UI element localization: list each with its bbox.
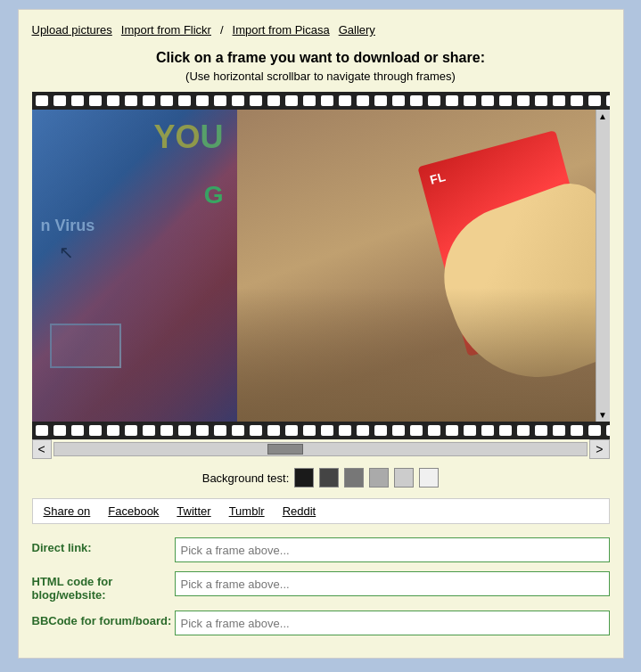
frame-overlay	[32, 110, 237, 422]
film-hole	[481, 95, 494, 106]
frame-virus-text: n Virus	[41, 217, 95, 235]
film-strip-outer: YOU G n Virus ↖ FL	[32, 92, 610, 439]
bg-test-row: Background test:	[32, 468, 610, 488]
top-nav: Upload pictures Import from Flickr / Imp…	[32, 23, 610, 37]
film-hole	[392, 425, 405, 436]
film-hole	[125, 425, 137, 436]
film-hole	[250, 95, 262, 106]
film-hole	[53, 425, 66, 436]
html-code-label: HTML code for blog/website:	[32, 571, 175, 602]
direct-link-label: Direct link:	[32, 537, 175, 554]
film-hole	[214, 95, 226, 106]
upload-link[interactable]: Upload pictures	[32, 23, 112, 37]
film-hole	[53, 95, 66, 106]
film-hole	[250, 425, 262, 436]
film-hole	[535, 95, 547, 106]
film-hole	[160, 425, 173, 436]
scroll-left-button[interactable]: <	[32, 439, 52, 459]
film-hole	[499, 95, 512, 106]
frame-left-content: YOU G n Virus ↖	[32, 110, 237, 422]
film-hole	[321, 95, 333, 106]
film-hole	[517, 95, 530, 106]
frame-text-you: YOU	[153, 119, 223, 156]
film-hole	[553, 425, 565, 436]
film-hole	[446, 425, 458, 436]
film-hole	[178, 95, 191, 106]
film-hole	[36, 425, 48, 436]
bbcode-row: BBCode for forum/board:	[32, 611, 610, 635]
film-content: YOU G n Virus ↖ FL	[32, 110, 610, 422]
bbcode-input[interactable]	[175, 611, 610, 635]
gallery-link[interactable]: Gallery	[339, 23, 375, 37]
frame-2[interactable]: FL	[237, 110, 610, 422]
share-on-label: Share on	[44, 504, 91, 518]
film-hole	[285, 425, 298, 436]
film-hole	[374, 425, 387, 436]
film-hole	[499, 425, 512, 436]
instructions: Click on a frame you want to download or…	[32, 50, 610, 83]
frame-box	[50, 324, 121, 368]
film-hole	[196, 95, 209, 106]
film-hole	[606, 95, 610, 106]
tumblr-link[interactable]: Tumblr	[229, 504, 265, 518]
film-hole	[232, 95, 244, 106]
html-code-input[interactable]	[175, 571, 610, 596]
film-holes-top	[32, 95, 610, 106]
bbcode-label: BBCode for forum/board:	[32, 611, 175, 627]
film-hole	[410, 95, 423, 106]
film-hole	[588, 95, 601, 106]
flickr-link[interactable]: Import from Flickr	[121, 23, 211, 37]
scroll-up-arrow[interactable]: ▲	[596, 110, 609, 123]
picasa-link[interactable]: Import from Picasa	[233, 23, 330, 37]
film-hole	[89, 425, 102, 436]
film-hole	[553, 95, 565, 106]
facebook-link[interactable]: Facebook	[108, 504, 159, 518]
direct-link-row: Direct link:	[32, 537, 610, 562]
film-hole	[428, 425, 440, 436]
film-hole	[71, 425, 84, 436]
film-strip-bottom	[32, 422, 610, 439]
film-hole	[267, 95, 280, 106]
scroll-right-button[interactable]: >	[589, 439, 609, 459]
film-hole	[392, 95, 405, 106]
scrollbar-thumb[interactable]	[267, 444, 303, 455]
film-hole	[303, 95, 316, 106]
film-hole	[36, 95, 48, 106]
bg-swatch-3[interactable]	[344, 468, 364, 488]
bg-swatch-6[interactable]	[419, 468, 439, 488]
scroll-down-arrow[interactable]: ▼	[596, 408, 609, 422]
frame-table-shadow	[237, 288, 610, 422]
film-hole	[125, 95, 137, 106]
twitter-link[interactable]: Twitter	[177, 504, 210, 518]
frame-cursor: ↖	[59, 242, 74, 263]
direct-link-input[interactable]	[175, 537, 610, 562]
frame-text-g: G	[204, 181, 224, 209]
reddit-link[interactable]: Reddit	[283, 504, 316, 518]
film-hole	[71, 95, 84, 106]
bg-swatch-5[interactable]	[394, 468, 414, 488]
frame-1[interactable]: YOU G n Virus ↖	[32, 110, 237, 422]
film-hole	[214, 425, 226, 436]
scrollbar-track[interactable]	[53, 442, 588, 456]
film-hole	[357, 425, 369, 436]
share-bar: Share on Facebook Twitter Tumblr Reddit	[32, 498, 610, 524]
bg-swatch-4[interactable]	[369, 468, 389, 488]
bg-swatch-1[interactable]	[294, 468, 314, 488]
film-hole	[178, 425, 191, 436]
film-hole	[339, 95, 351, 106]
bg-swatch-2[interactable]	[319, 468, 339, 488]
film-hole	[481, 425, 494, 436]
film-hole	[374, 95, 387, 106]
horizontal-scrollbar-area: < >	[32, 439, 610, 459]
film-hole	[464, 95, 476, 106]
film-hole	[339, 425, 351, 436]
film-hole	[464, 425, 476, 436]
bg-test-label: Background test:	[202, 471, 290, 485]
film-hole	[571, 95, 583, 106]
film-strip-top	[32, 92, 610, 110]
card-content: FL	[428, 169, 447, 187]
film-hole	[232, 425, 244, 436]
vertical-scrollbar[interactable]: ▲ ▼	[596, 110, 610, 422]
film-hole	[267, 425, 280, 436]
film-hole	[588, 425, 601, 436]
